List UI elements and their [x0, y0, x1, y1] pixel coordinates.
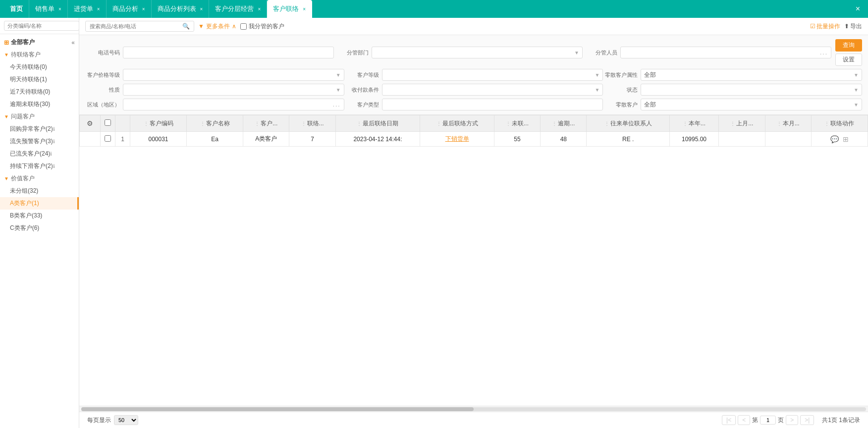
filter-select-1-1[interactable]: ▼ — [382, 69, 603, 81]
next-page-button[interactable]: > — [786, 415, 798, 425]
col-handle-name[interactable]: ⋮ — [200, 121, 205, 126]
close-tab-sales-icon[interactable]: × — [58, 6, 61, 12]
cell-name-0: Ea — [187, 132, 243, 147]
info-icon-1-2[interactable]: ℹ — [50, 151, 52, 157]
page-number-input[interactable] — [760, 416, 776, 425]
main-search-icon[interactable]: 🔍 — [182, 23, 190, 30]
sidebar-section-1[interactable]: ▼问题客户 — [0, 110, 79, 123]
sidebar-section-2[interactable]: ▼价值客户 — [0, 172, 79, 185]
sidebar-collapse-icon[interactable]: « — [71, 39, 75, 46]
filter-row-3: 区域（地区）...客户类型零散客户全部▼ — [85, 99, 862, 110]
export-label: 导出 — [850, 22, 862, 31]
nav-tab-home[interactable]: 首页 — [4, 0, 29, 18]
filter-input-0-0[interactable] — [123, 47, 334, 58]
th-label-lastMethod: 最后联络方式 — [442, 119, 478, 128]
filter-select-val-3-2: 全部 — [644, 101, 656, 109]
nav-tab-customer-tier[interactable]: 客户分层经营× — [209, 0, 267, 18]
setting-button[interactable]: 设置 — [835, 54, 862, 66]
col-handle-lastMethod[interactable]: ⋮ — [436, 121, 441, 126]
col-handle-lastMonth[interactable]: ⋮ — [730, 121, 735, 126]
per-page-select[interactable]: 50 100 200 — [114, 415, 138, 425]
th-thisYear: ⋮本年... — [669, 115, 718, 132]
col-handle-thisYear[interactable]: ⋮ — [683, 121, 688, 126]
horizontal-scrollbar[interactable] — [79, 406, 868, 412]
close-tab-analysis-list-icon[interactable]: × — [200, 6, 203, 12]
last-page-button[interactable]: >| — [800, 415, 814, 425]
chat-icon-0[interactable]: 💬 — [830, 135, 839, 143]
th-label-contact: 联络... — [307, 119, 324, 128]
filter-dots-3-0[interactable]: ... — [123, 99, 344, 110]
sidebar-item-2-3[interactable]: C类客户(6) — [0, 222, 79, 234]
sidebar-item-2-2[interactable]: B类客户(33) — [0, 210, 79, 222]
query-button[interactable]: 查询 — [835, 39, 862, 52]
mine-checkbox[interactable] — [240, 23, 247, 30]
info-icon-1-3[interactable]: ℹ — [53, 163, 55, 169]
col-handle-thisMonth[interactable]: ⋮ — [777, 121, 782, 126]
th-label-overdue: 逾期... — [558, 119, 575, 128]
batch-op-button[interactable]: ☑ 批量操作 — [810, 22, 840, 31]
sidebar-item-2-0[interactable]: 未分组(32) — [0, 185, 79, 197]
filter-cell-0-0: 电话号码 — [85, 47, 334, 58]
sidebar-item-1-3[interactable]: 持续下滑客户(2)ℹ — [0, 160, 79, 172]
sidebar-item-2-1[interactable]: A类客户(1) — [0, 197, 79, 210]
sidebar-item-label-0-3: 逾期未联络(30) — [10, 101, 50, 107]
select-all-checkbox[interactable] — [105, 119, 111, 126]
th-name: ⋮客户名称 — [187, 115, 243, 132]
filter-select-1-2[interactable]: 全部▼ — [641, 69, 862, 81]
filter-select-0-1[interactable]: ▼ — [372, 47, 583, 58]
prev-page-button[interactable]: < — [738, 415, 750, 425]
nav-tab-analysis[interactable]: 商品分析× — [107, 0, 152, 18]
col-handle-code[interactable]: ⋮ — [144, 121, 149, 126]
nav-tab-sales[interactable]: 销售单× — [29, 0, 68, 18]
close-all-button[interactable]: × — [852, 4, 864, 13]
main-search-input[interactable] — [90, 23, 180, 29]
sidebar-section-0[interactable]: ▼待联络客户 — [0, 49, 79, 61]
nav-tab-analysis-list[interactable]: 商品分析列表× — [152, 0, 210, 18]
filter-select-2-0[interactable]: ▼ — [123, 84, 344, 96]
filter-icon: ▼ — [198, 23, 204, 30]
sidebar-item-0-2[interactable]: 近7天待联络(0) — [0, 86, 79, 98]
page-size-area: 每页显示 50 100 200 — [87, 415, 138, 425]
export-button[interactable]: ⬆ 导出 — [844, 22, 862, 31]
close-tab-customer-contact-icon[interactable]: × — [303, 6, 306, 12]
sidebar-all-customers[interactable]: ⊞ 全部客户 « — [0, 34, 79, 49]
col-handle-type[interactable]: ⋮ — [255, 121, 260, 126]
filter-dots-0-2[interactable]: ... — [620, 47, 831, 58]
cell-contact-0: 7 — [289, 132, 335, 147]
sidebar-search-input[interactable] — [4, 21, 79, 31]
last-method-link-0[interactable]: 下销货单 — [445, 135, 469, 142]
nav-tab-customer-contact[interactable]: 客户联络× — [267, 0, 312, 18]
sidebar-item-0-0[interactable]: 今天待联络(0) — [0, 61, 79, 73]
filter-select-2-2[interactable]: ▼ — [641, 84, 862, 96]
row-checkbox-0[interactable] — [105, 135, 111, 142]
col-handle-contactPerson[interactable]: ⋮ — [604, 121, 609, 126]
filter-select-3-2[interactable]: 全部▼ — [641, 99, 862, 110]
qr-icon-0[interactable]: ⊞ — [843, 135, 849, 143]
first-page-button[interactable]: |< — [722, 415, 736, 425]
filter-cell-1-2: 零散客户属性全部▼ — [603, 69, 862, 81]
th-action: ⋮联络动作 — [811, 115, 868, 132]
col-handle-overdue[interactable]: ⋮ — [552, 121, 557, 126]
col-handle-action[interactable]: ⋮ — [824, 121, 829, 126]
more-filters-button[interactable]: ▼ 更多条件 ∧ — [198, 22, 236, 31]
col-handle-uncontacted[interactable]: ⋮ — [506, 121, 511, 126]
close-tab-analysis-icon[interactable]: × — [142, 6, 145, 12]
filter-input-3-1[interactable] — [382, 99, 603, 110]
sidebar-item-1-1[interactable]: 流失预警客户(3)ℹ — [0, 135, 79, 148]
table-gear-button[interactable]: ⚙ — [84, 118, 96, 128]
sidebar-item-0-3[interactable]: 逾期未联络(30) — [0, 98, 79, 110]
sidebar-item-1-0[interactable]: 回购异常客户(2)ℹ — [0, 123, 79, 135]
info-icon-1-1[interactable]: ℹ — [53, 139, 55, 144]
sidebar-item-1-2[interactable]: 已流失客户(24)ℹ — [0, 148, 79, 160]
nav-tab-purchase[interactable]: 进货单× — [68, 0, 107, 18]
close-tab-purchase-icon[interactable]: × — [97, 6, 100, 12]
filter-select-2-1[interactable]: ▼ — [382, 84, 603, 96]
close-tab-customer-tier-icon[interactable]: × — [258, 6, 261, 12]
sidebar-item-0-1[interactable]: 明天待联络(1) — [0, 73, 79, 86]
filter-select-1-0[interactable]: ▼ — [123, 69, 344, 81]
filter-label-1-2: 零散客户属性 — [603, 71, 638, 79]
col-handle-contact[interactable]: ⋮ — [301, 121, 306, 126]
info-icon-1-0[interactable]: ℹ — [53, 126, 55, 132]
col-handle-lastDate[interactable]: ⋮ — [357, 121, 362, 126]
chevron-icon-2-0: ▼ — [336, 87, 341, 93]
